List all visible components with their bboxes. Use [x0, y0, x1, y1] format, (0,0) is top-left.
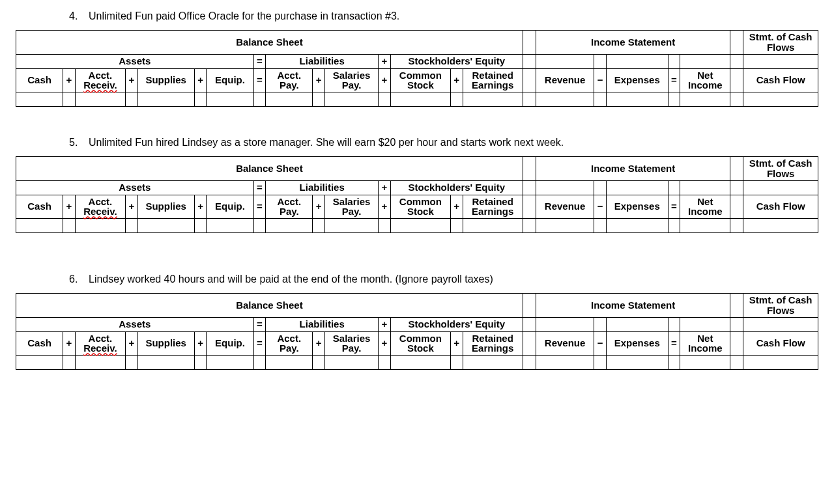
col-salaries-pay: SalariesPay.	[325, 195, 379, 219]
data-cell	[607, 219, 669, 233]
op-plus: +	[125, 195, 137, 219]
col-salaries-pay: SalariesPay.	[325, 331, 379, 356]
col-expenses: Expenses	[607, 331, 669, 356]
question-number: 5.	[69, 137, 89, 148]
data-cell	[594, 356, 607, 370]
blank-cell	[668, 54, 680, 68]
data-cell	[680, 356, 730, 370]
header-balance-sheet: Balance Sheet	[16, 157, 523, 181]
header-income-statement: Income Statement	[536, 31, 730, 55]
col-retained-earnings: RetainedEarnings	[463, 195, 523, 219]
data-cell	[313, 219, 325, 233]
question-number: 4.	[69, 10, 89, 22]
data-cell	[16, 356, 63, 370]
data-cell	[313, 356, 325, 370]
header-assets: Assets	[16, 54, 254, 68]
op-plus: +	[125, 68, 137, 92]
header-stmt-cash-flows: Stmt. of Cash Flows	[743, 157, 818, 181]
op-minus: −	[594, 331, 607, 356]
data-cell	[16, 219, 63, 233]
data-cell	[594, 92, 607, 107]
header-assets: Assets	[16, 317, 254, 331]
op-eq: =	[253, 317, 266, 331]
data-cell	[63, 219, 76, 233]
blank-cell	[668, 317, 680, 331]
col-common-stock: CommonStock	[390, 331, 450, 356]
gap-cell	[730, 331, 743, 356]
question-5: 5. Unlimited Fun hired Lindsey as a stor…	[69, 137, 818, 148]
data-cell	[137, 92, 194, 107]
op-minus: −	[594, 195, 607, 219]
op-plus: +	[379, 68, 391, 92]
data-cell	[16, 92, 63, 107]
data-cell	[463, 219, 523, 233]
question-text: Unlimited Fun hired Lindsey as a store m…	[89, 137, 564, 148]
op-plus: +	[450, 195, 463, 219]
col-expenses: Expenses	[607, 195, 669, 219]
op-plus: +	[313, 195, 325, 219]
col-supplies: Supplies	[137, 331, 194, 356]
gap-cell	[730, 68, 743, 92]
col-revenue: Revenue	[536, 68, 594, 92]
data-cell	[743, 356, 818, 370]
data-cell	[730, 92, 743, 107]
gap-cell	[730, 54, 743, 68]
col-revenue: Revenue	[536, 195, 594, 219]
data-cell	[253, 219, 266, 233]
data-cell	[75, 219, 125, 233]
gap-cell	[523, 157, 536, 181]
data-cell	[680, 219, 730, 233]
op-plus: +	[379, 54, 391, 68]
gap-cell	[523, 294, 536, 318]
col-net-income: NetIncome	[680, 195, 730, 219]
gap-cell	[730, 317, 743, 331]
question-6: 6. Lindsey worked 40 hours and will be p…	[69, 273, 818, 285]
header-assets: Assets	[16, 180, 254, 195]
col-cash: Cash	[16, 195, 63, 219]
gap-cell	[523, 195, 536, 219]
col-equip: Equip.	[207, 195, 253, 219]
op-eq: =	[253, 54, 266, 68]
data-cell	[137, 219, 194, 233]
header-stockholders-equity: Stockholders' Equity	[390, 317, 523, 331]
data-cell	[207, 219, 253, 233]
header-income-statement: Income Statement	[536, 294, 730, 318]
data-cell	[390, 92, 450, 107]
data-cell	[194, 92, 207, 107]
blank-cell	[743, 317, 818, 331]
data-cell	[450, 219, 463, 233]
question-4: 4. Unlimited Fun paid Office Oracle for …	[69, 10, 818, 22]
col-cash: Cash	[16, 68, 63, 92]
data-cell	[75, 92, 125, 107]
data-cell	[63, 92, 76, 107]
data-cell	[668, 356, 680, 370]
gap-cell	[523, 180, 536, 195]
header-stockholders-equity: Stockholders' Equity	[390, 180, 523, 195]
data-cell	[607, 92, 669, 107]
data-cell	[379, 92, 391, 107]
header-liabilities: Liabilities	[266, 180, 379, 195]
col-supplies: Supplies	[137, 195, 194, 219]
op-eq: =	[253, 180, 266, 195]
op-eq: =	[253, 195, 266, 219]
op-plus: +	[313, 68, 325, 92]
data-cell	[325, 219, 379, 233]
data-cell	[125, 356, 137, 370]
blank-cell	[607, 317, 669, 331]
blank-cell	[743, 54, 818, 68]
data-cell	[730, 219, 743, 233]
gap-cell	[523, 31, 536, 55]
data-cell	[536, 92, 594, 107]
blank-cell	[607, 180, 669, 195]
op-plus: +	[379, 317, 391, 331]
header-balance-sheet: Balance Sheet	[16, 294, 523, 318]
header-liabilities: Liabilities	[266, 317, 379, 331]
op-plus: +	[63, 68, 76, 92]
col-acct-receiv: Acct.Receiv.	[75, 68, 125, 92]
col-salaries-pay: SalariesPay.	[325, 68, 379, 92]
blank-cell	[594, 317, 607, 331]
op-eq: =	[253, 331, 266, 356]
question-text: Unlimited Fun paid Office Oracle for the…	[89, 10, 399, 22]
data-cell	[730, 356, 743, 370]
data-cell	[75, 356, 125, 370]
